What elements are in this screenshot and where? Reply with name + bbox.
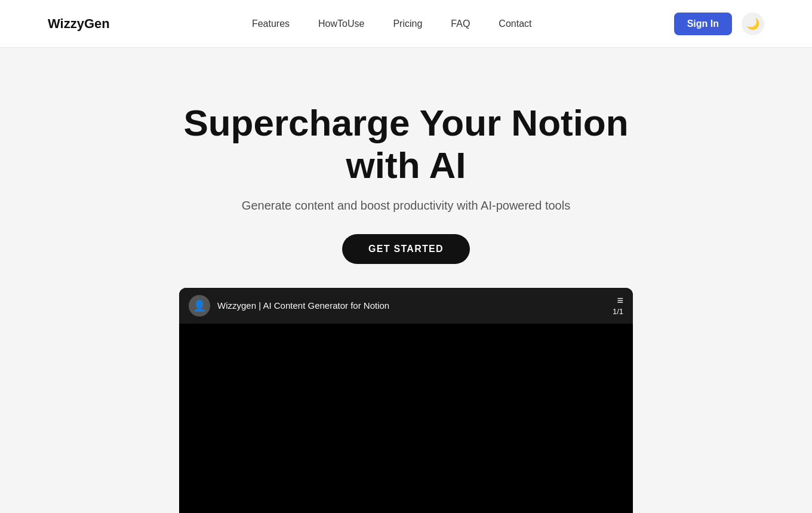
moon-icon: 🌙 [746,17,759,30]
video-topbar: 👤 Wizzygen | AI Content Generator for No… [179,288,633,324]
nav-links: Features HowToUse Pricing FAQ Contact [252,19,532,29]
nav-link-pricing[interactable]: Pricing [393,19,422,29]
get-started-button[interactable]: GET STARTED [342,234,470,264]
video-body[interactable] [179,324,633,513]
hero-title: Supercharge Your Notion with AI [149,102,663,187]
nav-link-contact[interactable]: Contact [499,19,531,29]
navbar: WizzyGen Features HowToUse Pricing FAQ C… [0,0,812,48]
nav-link-howtouse[interactable]: HowToUse [318,19,364,29]
video-topbar-right: ≡ 1/1 [613,295,623,316]
queue-icon: ≡ [617,295,623,306]
hero-section: Supercharge Your Notion with AI Generate… [0,48,812,513]
navbar-right: Sign In 🌙 [674,13,764,35]
nav-link-faq[interactable]: FAQ [451,19,470,29]
avatar-icon: 👤 [193,299,206,312]
site-logo[interactable]: WizzyGen [48,16,110,32]
dark-mode-toggle[interactable]: 🌙 [742,13,764,35]
video-container: 👤 Wizzygen | AI Content Generator for No… [179,288,633,513]
video-channel-avatar: 👤 [189,295,210,317]
hero-subtitle: Generate content and boost productivity … [242,199,570,213]
sign-in-button[interactable]: Sign In [674,13,732,35]
nav-link-features[interactable]: Features [252,19,290,29]
video-title: Wizzygen | AI Content Generator for Noti… [217,300,389,311]
video-topbar-left: 👤 Wizzygen | AI Content Generator for No… [189,295,389,317]
video-counter: 1/1 [613,307,623,316]
